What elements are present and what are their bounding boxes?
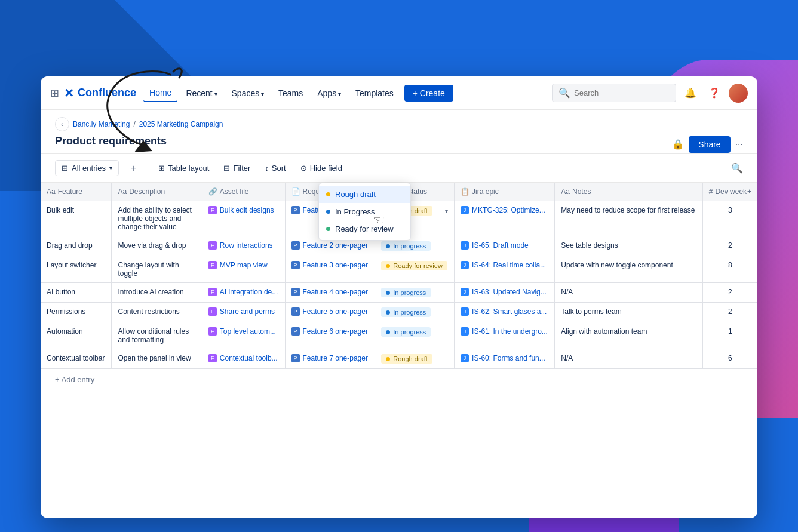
nav-templates[interactable]: Templates [349,85,400,102]
nav-right: 🔍 🔔 ❓ [552,84,748,103]
filter-icon: ⊟ [223,164,230,173]
cell-prd-status[interactable]: In progress [375,322,455,349]
figma-icon: F [208,261,217,269]
dropdown-option-ready-for-review[interactable]: Ready for review [319,220,410,238]
add-entry-row[interactable]: + Add entry [41,369,757,390]
jira-icon: J [461,327,469,336]
cell-jira-epic[interactable]: J IS-64: Real time colla... [455,256,555,283]
sort-icon: ↕ [265,164,269,173]
search-icon: 🔍 [558,87,570,99]
add-view-button[interactable]: + [126,161,140,176]
logo-x: ✕ [64,86,74,100]
cell-requirements-page[interactable]: P Feature 6 one-pager [285,322,375,349]
jira-icon: J [461,354,469,362]
cell-jira-epic[interactable]: J IS-61: In the undergro... [455,322,555,349]
cell-description: Content restrictions [112,303,202,322]
cell-prd-status[interactable]: In progress [375,303,455,322]
cell-asset-file[interactable]: F Share and perms [202,303,285,322]
cell-prd-status[interactable]: In progress [375,283,455,303]
cell-prd-status[interactable]: Rough draft [375,349,455,369]
cell-asset-file[interactable]: F Contextual toolb... [202,349,285,369]
add-entry-label: + Add entry [55,375,94,384]
user-avatar[interactable] [729,84,748,103]
cell-notes: Update with new toggle component [555,256,702,283]
hide-field-button[interactable]: ⊙ Hide field [294,161,348,176]
help-icon[interactable]: ❓ [705,84,724,103]
cell-requirements-page[interactable]: P Feature 4 one-pager [285,283,375,303]
cell-feature: Automation [41,322,112,349]
share-button[interactable]: Share [689,136,730,153]
page-icon: P [291,261,300,269]
confluence-logo[interactable]: ✕ Confluence [64,86,136,100]
table-row: Automation Allow conditional rules and f… [41,322,757,349]
cell-feature: Contextual toolbar [41,349,112,369]
cell-jira-epic[interactable]: J IS-62: Smart glases a... [455,303,555,322]
dropdown-option-rough-draft[interactable]: Rough draft [319,186,410,203]
cell-jira-epic[interactable]: J MKTG-325: Optimize... [455,201,555,236]
hide-icon: ⊙ [300,164,307,173]
table-row: Contextual toolbar Open the panel in vie… [41,349,757,369]
cell-jira-epic[interactable]: J IS-65: Draft mode [455,236,555,256]
cell-prd-status[interactable]: Ready for review [375,256,455,283]
more-options-icon[interactable]: ··· [735,139,743,150]
nav-recent[interactable]: Recent [180,85,223,102]
jira-icon: J [461,307,469,316]
cell-description: Introduce AI creation [112,283,202,303]
search-box[interactable]: 🔍 [552,84,676,102]
nav-apps[interactable]: Apps [311,85,347,102]
figma-icon: F [208,327,217,336]
cell-jira-epic[interactable]: J IS-63: Updated Navig... [455,283,555,303]
rough-draft-label: Rough draft [335,190,376,199]
cell-description: Add the ability to select multiple objec… [112,201,202,236]
col-dev-week[interactable]: #Dev week + [702,183,757,201]
page-icon: P [291,327,300,336]
breadcrumb: ‹ Banc.ly Marketing / 2025 Marketing Cam… [55,117,743,131]
filter-button[interactable]: ⊟ Filter [217,161,256,176]
cell-notes: N/A [555,283,702,303]
collapse-button[interactable]: ‹ [55,117,69,131]
page-icon: P [291,307,300,316]
cell-jira-epic[interactable]: J IS-60: Forms and fun... [455,349,555,369]
cell-requirements-page[interactable]: P Feature 3 one-pager [285,256,375,283]
col-notes[interactable]: AaNotes [555,183,702,201]
sort-button[interactable]: ↕ Sort [259,161,291,176]
grid-icon[interactable]: ⊞ [50,87,59,100]
col-asset-file[interactable]: 🔗Asset file [202,183,285,201]
page-header: ‹ Banc.ly Marketing / 2025 Marketing Cam… [41,110,757,154]
cell-asset-file[interactable]: F Top level autom... [202,322,285,349]
navbar: ⊞ ✕ Confluence Home Recent Spaces Teams … [41,76,757,110]
browser-window: ⊞ ✕ Confluence Home Recent Spaces Teams … [41,76,757,518]
jira-icon: J [461,241,469,250]
nav-home[interactable]: Home [143,84,177,102]
create-button[interactable]: + Create [404,85,453,102]
breadcrumb-part2[interactable]: 2025 Marketing Campaign [139,120,223,128]
cell-asset-file[interactable]: F AI integration de... [202,283,285,303]
cell-requirements-page[interactable]: P Feature 5 one-pager [285,303,375,322]
dropdown-option-in-progress[interactable]: In Progress [319,203,410,220]
col-description[interactable]: AaDescription [112,183,202,201]
cell-asset-file[interactable]: F Bulk edit designs [202,201,285,236]
table-toolbar: ⊞ All entries ▾ + ⊞ Table layout ⊟ Filte… [41,154,757,183]
page-actions: 🔒 Share ··· [672,136,743,153]
jira-icon: J [461,261,469,269]
table-layout-button[interactable]: ⊞ Table layout [152,161,215,176]
lock-icon[interactable]: 🔒 [672,139,684,150]
search-input[interactable] [574,88,670,97]
col-feature[interactable]: AaFeature [41,183,112,201]
cell-description: Allow conditional rules and formatting [112,322,202,349]
nav-spaces[interactable]: Spaces [226,85,270,102]
all-entries-button[interactable]: ⊞ All entries ▾ [55,160,119,176]
table-search-icon[interactable]: 🔍 [731,163,743,173]
nav-teams[interactable]: Teams [272,85,309,102]
notifications-icon[interactable]: 🔔 [681,84,700,103]
in-progress-label: In Progress [335,207,375,216]
cell-notes: Talk to perms team [555,303,702,322]
col-jira-epic[interactable]: 📋Jira epic [455,183,555,201]
breadcrumb-part1[interactable]: Banc.ly Marketing [73,120,130,128]
cell-asset-file[interactable]: F MVP map view [202,256,285,283]
cell-notes: May need to reduce scope for first relea… [555,201,702,236]
cell-requirements-page[interactable]: P Feature 7 one-pager [285,349,375,369]
cell-asset-file[interactable]: F Row interactions [202,236,285,256]
cell-description: Change layout with toggle [112,256,202,283]
page-title-row: Product requirements 🔒 Share ··· [55,135,743,153]
